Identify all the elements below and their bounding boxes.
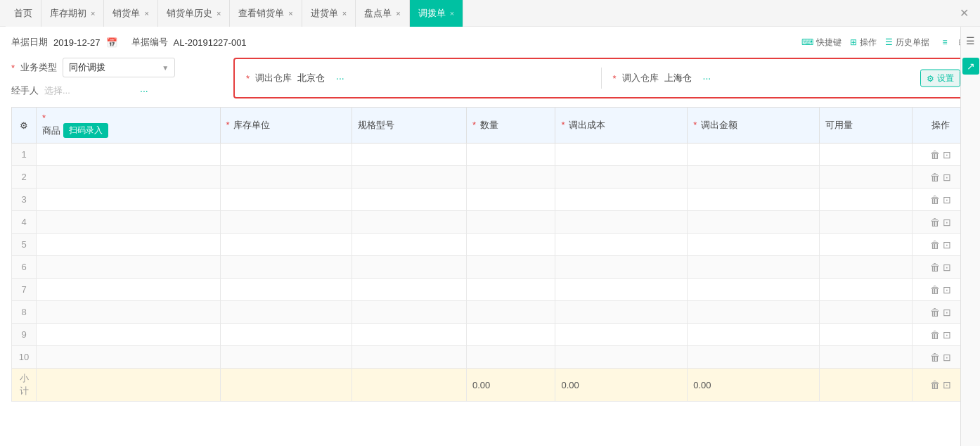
cell-product-5[interactable] — [37, 234, 221, 256]
sidebar-list-button[interactable]: ☰ — [962, 32, 979, 49]
cell-qty-9 — [466, 324, 555, 346]
row-number-6: 6 — [12, 256, 37, 279]
cell-product-6[interactable] — [37, 256, 221, 279]
copy-row-button-5[interactable]: ⊡ — [943, 239, 951, 250]
th-ops-label: 操作 — [931, 120, 950, 130]
cell-available-2 — [820, 166, 913, 189]
table-row: 3🗑⊡ — [12, 189, 969, 211]
cell-qty-7 — [466, 279, 555, 301]
cell-product-10[interactable] — [37, 346, 221, 369]
history-btn[interactable]: ☰ 历史单据 — [885, 37, 929, 49]
delete-row-button-5[interactable]: 🗑 — [930, 239, 940, 250]
th-qty: 数量 — [466, 108, 555, 144]
source-warehouse-label: 调出仓库 — [255, 72, 292, 84]
copy-row-button-7[interactable]: ⊡ — [943, 284, 951, 295]
operations-icon: ⊞ — [850, 37, 857, 47]
table-row: 6🗑⊡ — [12, 256, 969, 279]
calendar-icon[interactable]: 📅 — [106, 37, 117, 48]
tab-close-purchase-order[interactable]: × — [342, 9, 347, 18]
cell-unit-2 — [220, 166, 352, 189]
cell-spec-6 — [352, 256, 467, 279]
number-field-group: 单据编号 AL-20191227-001 — [131, 36, 247, 49]
cell-product-9[interactable] — [37, 324, 221, 346]
tab-sales-order[interactable]: 销货单× — [104, 0, 157, 27]
scan-input-button[interactable]: 扫码录入 — [63, 123, 108, 138]
table-row: 5🗑⊡ — [12, 234, 969, 256]
cell-available-7 — [820, 279, 913, 301]
delete-row-button-9[interactable]: 🗑 — [930, 329, 940, 340]
tab-inventory-count[interactable]: 盘点单× — [356, 0, 409, 27]
copy-row-button-6[interactable]: ⊡ — [943, 262, 951, 273]
shortcut-icon: ⌨ — [801, 37, 813, 47]
th-qty-label: 数量 — [480, 120, 498, 130]
source-warehouse-more-button[interactable]: ··· — [336, 72, 344, 84]
cell-product-8[interactable] — [37, 301, 221, 324]
copy-row-button-1[interactable]: ⊡ — [943, 149, 951, 160]
tab-label-purchase-order: 进货单 — [311, 7, 338, 20]
cell-product-4[interactable] — [37, 211, 221, 234]
row-number-7: 7 — [12, 279, 37, 301]
delete-row-button-11[interactable]: 🗑 — [930, 379, 940, 390]
copy-row-button-3[interactable]: ⊡ — [943, 194, 951, 205]
copy-row-button-9[interactable]: ⊡ — [943, 329, 951, 340]
settings-icon-th[interactable]: ⚙ — [20, 120, 28, 131]
layout-list-icon[interactable]: ≡ — [938, 35, 952, 49]
cell-unit-7 — [220, 279, 352, 301]
handler-input[interactable]: 选择... — [44, 84, 129, 97]
delete-row-button-2[interactable]: 🗑 — [930, 172, 940, 183]
th-cost-label: 调出成本 — [569, 120, 605, 130]
tab-close-sales-order[interactable]: × — [144, 9, 148, 18]
delete-row-button-6[interactable]: 🗑 — [930, 262, 940, 273]
cell-product-7[interactable] — [37, 279, 221, 301]
tab-sales-history[interactable]: 销货单历史× — [158, 0, 230, 27]
cell-qty-6 — [466, 256, 555, 279]
tab-view-sales[interactable]: 查看销货单× — [230, 0, 302, 27]
tab-close-inventory-init[interactable]: × — [91, 9, 95, 18]
cell-spec-8 — [352, 301, 467, 324]
handler-more-button[interactable]: ··· — [140, 85, 148, 96]
header-row: 单据日期 2019-12-27 📅 单据编号 AL-20191227-001 ⌨… — [11, 35, 969, 49]
cell-qty-5 — [466, 234, 555, 256]
table-row: 8🗑⊡ — [12, 301, 969, 324]
shortcut-btn[interactable]: ⌨ 快捷键 — [801, 37, 842, 49]
copy-row-button-2[interactable]: ⊡ — [943, 172, 951, 183]
cell-product-1[interactable] — [37, 144, 221, 166]
delete-row-button-8[interactable]: 🗑 — [930, 307, 940, 318]
settings-button[interactable]: ⚙ 设置 — [920, 70, 960, 87]
sidebar-export-button[interactable]: ↗ — [962, 58, 979, 75]
cell-product-2[interactable] — [37, 166, 221, 189]
copy-row-button-11[interactable]: ⊡ — [943, 379, 951, 390]
tab-close-sales-history[interactable]: × — [217, 9, 221, 18]
tab-home[interactable]: 首页 — [6, 0, 41, 27]
delete-row-button-4[interactable]: 🗑 — [930, 217, 940, 228]
business-type-select[interactable]: 同价调拨 ▼ — [63, 58, 175, 77]
table-row: 10🗑⊡ — [12, 346, 969, 369]
tab-close-view-sales[interactable]: × — [288, 9, 292, 18]
cell-unit-4 — [220, 211, 352, 234]
delete-row-button-1[interactable]: 🗑 — [930, 149, 940, 160]
operations-label: 操作 — [860, 37, 877, 49]
tab-close-transfer-order[interactable]: × — [450, 9, 454, 18]
cell-cost-9 — [555, 324, 688, 346]
cell-available-3 — [820, 189, 913, 211]
cell-product-3[interactable] — [37, 189, 221, 211]
cell-qty-8 — [466, 301, 555, 324]
tab-transfer-order[interactable]: 调拨单× — [410, 0, 463, 27]
delete-row-button-7[interactable]: 🗑 — [930, 284, 940, 295]
delete-row-button-10[interactable]: 🗑 — [930, 352, 940, 363]
operations-btn[interactable]: ⊞ 操作 — [850, 37, 877, 49]
delete-row-button-3[interactable]: 🗑 — [930, 194, 940, 205]
target-warehouse-more-button[interactable]: ··· — [703, 72, 711, 84]
cell-cost-2 — [555, 166, 688, 189]
tab-purchase-order[interactable]: 进货单× — [302, 0, 356, 27]
cell-qty-3 — [466, 189, 555, 211]
th-unit: 库存单位 — [220, 108, 352, 144]
copy-row-button-4[interactable]: ⊡ — [943, 217, 951, 228]
required-star-source: * — [246, 73, 250, 84]
tab-inventory-init[interactable]: 库存期初× — [41, 0, 104, 27]
tab-close-inventory-count[interactable]: × — [396, 9, 400, 18]
window-close-button[interactable]: ✕ — [953, 3, 974, 24]
chevron-down-icon: ▼ — [162, 64, 169, 72]
copy-row-button-8[interactable]: ⊡ — [943, 307, 951, 318]
copy-row-button-10[interactable]: ⊡ — [943, 352, 951, 363]
